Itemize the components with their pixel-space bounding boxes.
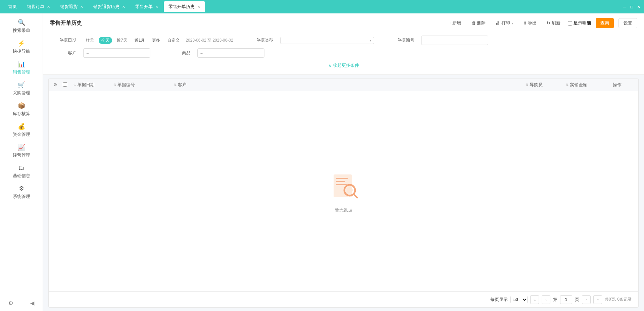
- th-guide[interactable]: ⇅ 导购员: [522, 82, 562, 88]
- delete-button[interactable]: 🗑 删除: [469, 19, 489, 28]
- filter-area: 单据日期 昨天 今天 近7天 近1月 更多 自定义 2023-06-02 至 2…: [50, 32, 637, 74]
- date-pill-yesterday[interactable]: 昨天: [83, 37, 97, 44]
- svg-point-6: [347, 187, 353, 193]
- sidebar-item-quick-nav[interactable]: ⚡ 快捷导航: [0, 36, 43, 57]
- last-page-button[interactable]: »: [593, 295, 602, 304]
- column-settings-button[interactable]: ⚙: [51, 82, 60, 87]
- close-button[interactable]: ✕: [637, 4, 641, 9]
- sidebar-item-search[interactable]: 🔍 搜索采单: [0, 15, 43, 36]
- tab-retail-open[interactable]: 零售开单 ✕: [131, 1, 163, 12]
- per-page-label: 每页显示: [490, 297, 508, 303]
- doc-num-label: 单据编号: [394, 37, 414, 43]
- th-amount[interactable]: ⇅ 实销金额: [562, 82, 609, 88]
- toolbar: + 新增 🗑 删除 🖨 打印 ▾ ⬆ 导出 ↻ 刷新: [446, 18, 637, 28]
- date-pill-last7[interactable]: 近7天: [114, 37, 130, 44]
- tab-close-sales-return-history[interactable]: ✕: [122, 5, 125, 9]
- maximize-button[interactable]: □: [630, 4, 633, 9]
- pagination-info: 共0页, 0条记录: [605, 297, 632, 302]
- th-customer[interactable]: ⇅ 客户: [170, 82, 522, 88]
- doc-type-select[interactable]: ▾: [280, 37, 374, 44]
- date-pill-custom[interactable]: 自定义: [165, 37, 182, 44]
- sidebar-item-inventory[interactable]: 📦 库存核算: [0, 99, 43, 119]
- top-bar: 首页 销售订单 ✕ 销货退货 ✕ 销货退货历史 ✕ 零售开单 ✕ 零售开单历史 …: [0, 0, 644, 13]
- th-num[interactable]: ⇅ 单据编号: [110, 82, 170, 88]
- tab-retail-open-history[interactable]: 零售开单历史 ✕: [164, 1, 205, 12]
- collapse-bar[interactable]: ∧ 收起更多条件: [56, 61, 631, 71]
- sidebar-settings-button[interactable]: ⚙: [6, 299, 16, 308]
- date-pill-last-month[interactable]: 近1月: [132, 37, 148, 44]
- query-button[interactable]: 查询: [596, 18, 614, 28]
- content-area: 零售开单历史 + 新增 🗑 删除 🖨 打印 ▾ ⬆ 导出: [43, 13, 644, 311]
- date-pill-more[interactable]: 更多: [149, 37, 163, 44]
- sidebar-item-basic-info[interactable]: 🗂 基础信息: [0, 161, 43, 182]
- th-num-sort-icon: ⇅: [113, 83, 116, 87]
- minimize-button[interactable]: ─: [623, 4, 626, 9]
- inventory-icon: 📦: [18, 102, 25, 109]
- empty-illustration: [327, 169, 360, 203]
- tab-close-sales-order[interactable]: ✕: [47, 5, 50, 9]
- sidebar-label-operations: 经营管理: [13, 152, 30, 158]
- next-page-button[interactable]: ›: [582, 295, 591, 304]
- sidebar-item-system[interactable]: ⚙ 系统管理: [0, 182, 43, 202]
- page-label: 页: [575, 297, 579, 303]
- refresh-button[interactable]: ↻ 刷新: [544, 19, 563, 28]
- first-page-button[interactable]: «: [530, 295, 539, 304]
- tab-close-retail-open-history[interactable]: ✕: [197, 5, 200, 9]
- table-area: ⚙ ⇅ 单据日期 ⇅ 单据编号 ⇅ 客户 ⇅ 导购员: [48, 78, 639, 308]
- show-detail-checkbox[interactable]: [568, 21, 572, 25]
- doc-num-input[interactable]: [421, 36, 488, 45]
- empty-state: 暂无数据: [49, 91, 638, 291]
- tab-sales-return[interactable]: 销货退货 ✕: [55, 1, 88, 12]
- per-page-select[interactable]: 50 10 20 100: [510, 296, 528, 303]
- th-guide-sort-icon: ⇅: [526, 83, 528, 87]
- system-icon: ⚙: [19, 185, 24, 192]
- sidebar-item-operations[interactable]: 📈 经营管理: [0, 140, 43, 161]
- sidebar-collapse-button[interactable]: ◀: [28, 299, 37, 308]
- page-number-input[interactable]: [560, 295, 572, 304]
- sidebar-label-sales: 销售管理: [13, 69, 30, 75]
- svg-rect-3: [336, 184, 347, 185]
- date-pill-today[interactable]: 今天: [99, 37, 112, 44]
- svg-rect-2: [336, 181, 345, 182]
- empty-text: 暂无数据: [335, 207, 352, 213]
- th-amount-sort-icon: ⇅: [566, 83, 568, 87]
- collapse-up-icon: ∧: [328, 63, 332, 68]
- date-pills: 昨天 今天 近7天 近1月 更多 自定义 2023-06-02 至 2023-0…: [83, 37, 233, 44]
- show-detail-checkbox-label[interactable]: 显示明细: [568, 20, 591, 26]
- basic-info-icon: 🗂: [18, 164, 24, 171]
- sidebar-label-finance: 资金管理: [13, 132, 30, 138]
- th-date[interactable]: ⇅ 单据日期: [70, 82, 110, 88]
- customer-label: 客户: [56, 50, 77, 56]
- page-header: 零售开单历史 + 新增 🗑 删除 🖨 打印 ▾ ⬆ 导出: [43, 13, 644, 75]
- settings-button[interactable]: 设置: [618, 18, 637, 28]
- goods-label: 商品: [170, 50, 191, 56]
- sidebar-item-finance[interactable]: 💰 资金管理: [0, 119, 43, 140]
- sidebar-bottom: ⚙ ◀: [0, 295, 43, 311]
- sidebar-item-purchase[interactable]: 🛒 采购管理: [0, 78, 43, 99]
- sidebar: 🔍 搜索采单 ⚡ 快捷导航 📊 销售管理 🛒 采购管理 📦 库存核算 💰 资金管…: [0, 13, 43, 311]
- filter-row-1: 单据日期 昨天 今天 近7天 近1月 更多 自定义 2023-06-02 至 2…: [56, 36, 631, 45]
- search-icon: 🔍: [18, 19, 25, 26]
- pagination: 每页显示 50 10 20 100 « ‹ 第 页 › » 共0页, 0条记录: [49, 291, 638, 307]
- doc-type-arrow-icon: ▾: [369, 39, 371, 42]
- prev-page-button[interactable]: ‹: [542, 295, 550, 304]
- customer-input[interactable]: ···: [83, 48, 150, 58]
- sidebar-label-search: 搜索采单: [13, 28, 30, 34]
- sidebar-item-sales[interactable]: 📊 销售管理: [0, 57, 43, 78]
- export-button[interactable]: ⬆ 导出: [521, 19, 540, 28]
- th-date-sort-icon: ⇅: [73, 83, 76, 87]
- goods-input[interactable]: ···: [197, 48, 264, 58]
- tab-sales-return-history[interactable]: 销货退货历史 ✕: [89, 1, 130, 12]
- print-button[interactable]: 🖨 打印 ▾: [493, 19, 516, 28]
- select-all-checkbox[interactable]: [60, 82, 70, 88]
- tab-sales-order[interactable]: 销售订单 ✕: [22, 1, 55, 12]
- tab-close-sales-return[interactable]: ✕: [80, 5, 83, 9]
- add-button[interactable]: + 新增: [446, 19, 464, 28]
- tab-close-retail-open[interactable]: ✕: [155, 5, 158, 9]
- sidebar-label-system: 系统管理: [13, 194, 30, 200]
- doc-type-label: 单据类型: [253, 37, 274, 43]
- tab-home[interactable]: 首页: [3, 1, 21, 12]
- date-range-text: 2023-06-02 至 2023-06-02: [186, 38, 233, 43]
- sidebar-label-purchase: 采购管理: [13, 90, 30, 96]
- th-ops: 操作: [609, 82, 636, 88]
